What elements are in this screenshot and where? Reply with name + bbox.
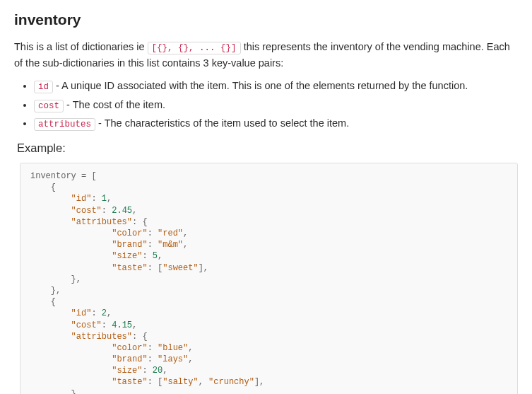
param-code-attributes: attributes bbox=[34, 118, 95, 131]
param-desc-cost: - The cost of the item. bbox=[64, 99, 165, 110]
param-item-cost: cost - The cost of the item. bbox=[34, 97, 518, 113]
param-code-id: id bbox=[34, 81, 53, 93]
code-example: inventory = [ { "id": 1, "cost": 2.45, "… bbox=[20, 163, 518, 394]
param-desc-attributes: - The characteristics of the item used t… bbox=[95, 117, 349, 129]
param-item-id: id - A unique ID associated with the ite… bbox=[34, 78, 518, 94]
inventory-intro: This is a list of dictionaries ie [{}, {… bbox=[14, 39, 518, 71]
intro-text-pre: This is a list of dictionaries ie bbox=[14, 41, 148, 52]
param-item-attributes: attributes - The characteristics of the … bbox=[34, 115, 518, 132]
intro-code: [{}, {}, ... {}] bbox=[148, 42, 241, 54]
param-desc-id: - A unique ID associated with the item. … bbox=[53, 80, 468, 91]
param-list: id - A unique ID associated with the ite… bbox=[14, 78, 518, 132]
param-code-cost: cost bbox=[34, 100, 64, 112]
inventory-heading: inventory bbox=[14, 8, 518, 32]
example-label: Example: bbox=[17, 139, 518, 158]
